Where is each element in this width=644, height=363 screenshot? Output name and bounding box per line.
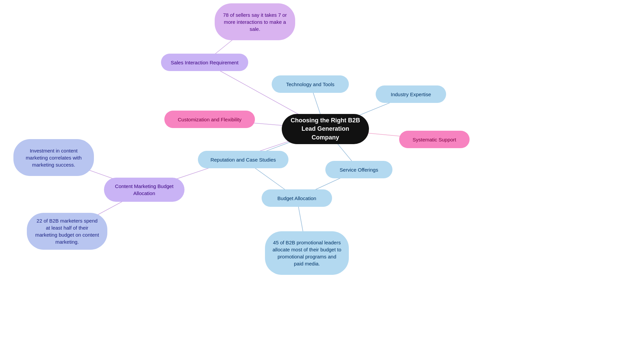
investment-stat-node: Investment in content marketing correlat… [13, 139, 94, 176]
industry-expertise-node: Industry Expertise [376, 85, 446, 103]
budget-allocation-node: Budget Allocation [262, 189, 332, 207]
systematic-support-node: Systematic Support [399, 131, 470, 148]
reputation-node: Reputation and Case Studies [198, 151, 288, 168]
tech-tools-node: Technology and Tools [272, 75, 349, 93]
b2b-promo-stat-node: 45 of B2B promotional leaders allocate m… [265, 231, 349, 275]
sellers-stat-node: 78 of sellers say it takes 7 or more int… [215, 3, 295, 40]
central-node: Choosing the Right B2B Lead Generation C… [282, 114, 369, 144]
sales-interaction-node: Sales Interaction Requirement [161, 54, 248, 71]
content-marketing-node: Content Marketing Budget Allocation [104, 178, 184, 202]
customization-node: Customization and Flexibility [164, 111, 255, 128]
b2b-marketers-stat-node: 22 of B2B marketers spend at least half … [27, 213, 107, 250]
service-offerings-node: Service Offerings [325, 161, 392, 178]
